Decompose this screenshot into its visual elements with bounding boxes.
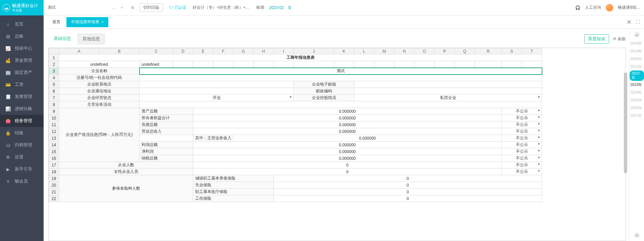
- col-header[interactable]: N: [394, 48, 415, 54]
- sidebar-item-2[interactable]: 📈报表中心: [0, 42, 44, 54]
- nav: ⌂首页▤总账📈报表中心💰资金管理🏢固定资产💳工资🧾发票管理📊进销台账👛税务管理🔒…: [0, 15, 44, 241]
- fullscreen-icon[interactable]: ⛶: [636, 19, 640, 25]
- row-header[interactable]: 20: [49, 182, 59, 189]
- nav-icon: 📈: [5, 46, 11, 51]
- row-header[interactable]: 12: [49, 128, 59, 135]
- sheet-tab-basic[interactable]: 基础信息: [48, 33, 76, 45]
- nav-icon: 📊: [5, 106, 11, 111]
- calendar-icon[interactable]: 🗓: [288, 5, 292, 10]
- sidebar-item-4[interactable]: 🏢固定资产: [0, 66, 44, 79]
- vertical-scrollbar[interactable]: [624, 73, 628, 240]
- row-header[interactable]: 6: [49, 88, 59, 95]
- year-item[interactable]: 2023年: [630, 81, 644, 89]
- col-header[interactable]: A: [59, 48, 99, 54]
- plan-text: 好会计（专）+好生意（标）+...: [193, 5, 249, 10]
- year-up-icon[interactable]: ▲: [634, 32, 640, 38]
- tab-home[interactable]: 首页: [48, 17, 65, 27]
- refresh-button[interactable]: ⟳ 刷新: [613, 36, 626, 42]
- period-value[interactable]: 2023-02: [269, 5, 284, 10]
- page-tabs: 首页 年报信息申报表 × ✕ ⛶: [44, 15, 644, 29]
- col-header[interactable]: F: [213, 48, 233, 54]
- col-header[interactable]: Q: [455, 48, 475, 54]
- row-header[interactable]: 10: [49, 115, 59, 122]
- year-item[interactable]: 2025年: [630, 96, 644, 104]
- col-header[interactable]: S: [502, 48, 522, 54]
- company-name-cell[interactable]: 测试: [140, 68, 542, 75]
- switch-old-button[interactable]: 切到旧版: [140, 3, 163, 12]
- row-header[interactable]: 21: [49, 189, 59, 195]
- year-item[interactable]: 2022年: [630, 70, 644, 81]
- row-header[interactable]: 4: [49, 75, 59, 81]
- sidebar-item-5[interactable]: 💳工资: [0, 79, 44, 91]
- nav-icon: 🏢: [5, 70, 11, 75]
- avatar[interactable]: [606, 4, 613, 11]
- row-header[interactable]: 22: [49, 195, 59, 202]
- user-name[interactable]: 畅捷通B组...: [618, 5, 640, 10]
- tab-annual-report[interactable]: 年报信息申报表 ×: [66, 17, 108, 27]
- sidebar-item-6[interactable]: 🧾发票管理: [0, 91, 44, 103]
- year-item[interactable]: 2018年: [630, 40, 644, 47]
- year-item[interactable]: 2020年: [630, 55, 644, 63]
- row-header[interactable]: 15: [49, 148, 59, 155]
- row-header[interactable]: 13: [49, 135, 59, 142]
- year-item[interactable]: 2024年: [630, 89, 644, 96]
- sidebar-item-8[interactable]: 👛税务管理: [0, 115, 44, 127]
- support-link[interactable]: 人工咨询: [585, 5, 601, 10]
- col-header[interactable]: R: [475, 48, 502, 54]
- year-down-icon[interactable]: ▼: [634, 232, 640, 238]
- year-item[interactable]: 2026年: [630, 104, 644, 112]
- sidebar-item-12[interactable]: ▶新手引导: [0, 163, 44, 175]
- brand-logo[interactable]: ☁ 畅捷通好会计 专业版: [0, 0, 44, 15]
- year-item[interactable]: 2021年: [630, 63, 644, 70]
- row-header[interactable]: 9: [49, 108, 59, 115]
- row-header[interactable]: 18: [49, 168, 59, 175]
- col-header[interactable]: G: [233, 48, 254, 54]
- close-panel-icon[interactable]: ✕: [627, 18, 632, 26]
- year-item[interactable]: 2019年: [630, 47, 644, 55]
- settings-gear-icon[interactable]: ⚙: [129, 4, 136, 11]
- col-header[interactable]: B: [99, 48, 140, 54]
- close-tab-icon[interactable]: ×: [101, 20, 104, 25]
- row-header[interactable]: 19: [49, 175, 59, 182]
- sidebar-item-13[interactable]: V畅会员: [0, 175, 44, 187]
- chevron-down-icon: ⌵: [112, 5, 115, 10]
- row-header[interactable]: 8: [49, 101, 59, 108]
- row-header[interactable]: 1: [49, 54, 59, 61]
- spreadsheet[interactable]: ABCDEFGHIJKLMNOPQRST 1工商年报信息表2undefinedu…: [48, 48, 626, 241]
- col-header[interactable]: T: [522, 48, 542, 54]
- corner-cell[interactable]: [49, 48, 59, 54]
- col-header[interactable]: J: [294, 48, 334, 54]
- row-header[interactable]: 17: [49, 162, 59, 168]
- sidebar-item-9[interactable]: 🔒结账: [0, 127, 44, 139]
- sidebar-item-3[interactable]: 💰资金管理: [0, 54, 44, 66]
- sheet-tab-other[interactable]: 其他信息: [77, 33, 105, 45]
- col-header[interactable]: C: [140, 48, 173, 54]
- sidebar-item-11[interactable]: ⚙设置: [0, 151, 44, 163]
- row-header[interactable]: 5: [49, 81, 59, 88]
- col-header[interactable]: O: [415, 48, 435, 54]
- row-header[interactable]: 16: [49, 155, 59, 162]
- col-header[interactable]: M: [374, 48, 394, 54]
- row-header[interactable]: 11: [49, 122, 59, 128]
- nav-icon: 💰: [5, 58, 11, 63]
- sidebar-item-10[interactable]: 🗂归档管理: [0, 139, 44, 151]
- sidebar-item-7[interactable]: 📊进销台账: [0, 103, 44, 115]
- year-rail: ▲ 2018年2019年2020年2021年2022年2023年2024年202…: [629, 29, 644, 241]
- sidebar-item-0[interactable]: ⌂首页: [0, 18, 44, 30]
- year-item[interactable]: 2027年: [630, 112, 644, 119]
- col-header[interactable]: L: [354, 48, 374, 54]
- col-header[interactable]: H: [254, 48, 274, 54]
- company-selector[interactable]: 测试 ⌵: [48, 5, 115, 10]
- col-header[interactable]: E: [193, 48, 213, 54]
- row-header[interactable]: 7: [49, 95, 59, 101]
- col-header[interactable]: D: [173, 48, 193, 54]
- row-header[interactable]: 3: [49, 68, 59, 75]
- reset-report-button[interactable]: 重置报表: [584, 34, 609, 44]
- row-header[interactable]: 14: [49, 142, 59, 148]
- row-header[interactable]: 2: [49, 61, 59, 68]
- sidebar-item-1[interactable]: ▤总账: [0, 30, 44, 42]
- add-company-button[interactable]: ＋: [118, 4, 125, 11]
- col-header[interactable]: P: [435, 48, 455, 54]
- col-header[interactable]: K: [334, 48, 354, 54]
- col-header[interactable]: I: [274, 48, 294, 54]
